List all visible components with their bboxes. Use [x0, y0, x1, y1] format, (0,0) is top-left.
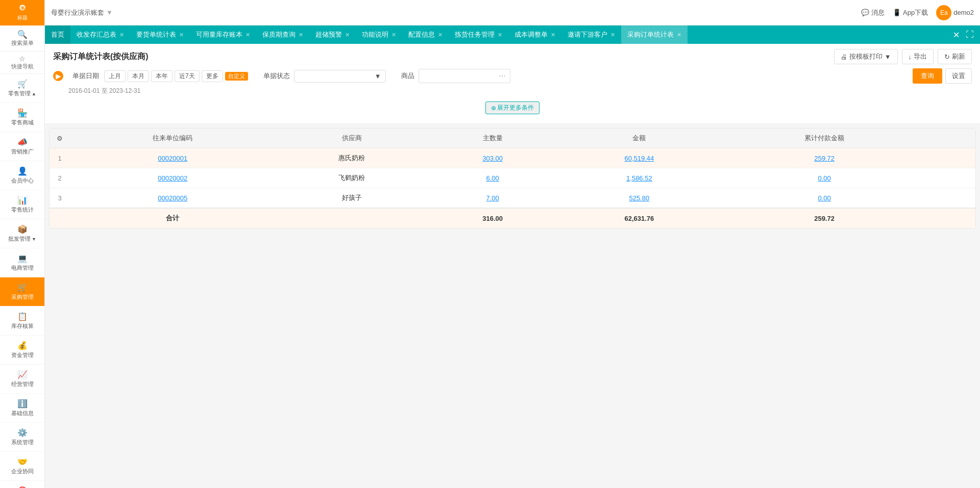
sidebar-item-inventory[interactable]: 📋 库存核算	[0, 306, 44, 336]
sidebar-item-guide[interactable]: 🎯 新手引导	[0, 481, 44, 488]
date-btn-last-month[interactable]: 上月	[104, 70, 126, 82]
nav-maximize-icon[interactable]: ⛶	[964, 30, 976, 39]
sidebar-item-finance[interactable]: 💰 资金管理	[0, 336, 44, 365]
sidebar-item-search[interactable]: 🔍 搜索菜单	[0, 25, 44, 52]
tab-close-5[interactable]: ✕	[345, 32, 350, 38]
tab-close-11[interactable]: ✕	[677, 32, 681, 38]
status-select[interactable]: ▼	[294, 70, 386, 83]
guide-icon: 🎯	[17, 486, 28, 488]
query-button[interactable]: 查询	[913, 68, 942, 84]
table-row: 1 00020001 惠氏奶粉 303.00 60,519.44 259.72	[50, 148, 975, 168]
table-footer-row: 合计 316.00 62,631.76 259.72	[50, 208, 975, 228]
date-btn-7days[interactable]: 近7天	[175, 70, 200, 82]
sidebar-item-marketing[interactable]: 📣 营销推广	[0, 132, 44, 161]
goods-select[interactable]: ···	[419, 69, 510, 83]
tab-label-4: 保质期查询	[262, 30, 296, 39]
tab-拣货任务管理[interactable]: 拣货任务管理 ✕	[449, 25, 508, 44]
refresh-button[interactable]: ↻ 刷新	[938, 49, 972, 64]
tab-可用量库存账本[interactable]: 可用量库存账本 ✕	[190, 25, 256, 44]
cell-paid[interactable]: 259.72	[722, 148, 927, 168]
tab-home[interactable]: 首页	[45, 25, 70, 44]
tab-保质期查询[interactable]: 保质期查询 ✕	[256, 25, 309, 44]
date-filter-label: 单据日期	[72, 71, 99, 81]
sidebar-purchase-label: 采购管理	[11, 293, 34, 301]
filter-toggle-button[interactable]: ▶	[53, 71, 63, 81]
sidebar-item-basic-info[interactable]: ℹ️ 基础信息	[0, 394, 44, 423]
refresh-icon: ↻	[944, 53, 950, 61]
cell-code[interactable]: 00020005	[70, 188, 275, 209]
sidebar-item-retail-mgmt[interactable]: 🛒 零售管理 ▲	[0, 74, 44, 103]
tab-close-1[interactable]: ✕	[119, 32, 124, 38]
tab-配置信息[interactable]: 配置信息 ✕	[402, 25, 449, 44]
tab-close-9[interactable]: ✕	[551, 32, 555, 38]
expand-conditions-button[interactable]: ⊕ 展开更多条件	[485, 101, 540, 114]
sidebar-item-ecommerce[interactable]: 💻 电商管理	[0, 248, 44, 277]
sidebar-item-member[interactable]: 👤 会员中心	[0, 161, 44, 190]
date-btn-this-month[interactable]: 本月	[128, 70, 149, 82]
workspace-dropdown-icon[interactable]: ▼	[106, 9, 113, 16]
settings-button[interactable]: 设置	[945, 68, 972, 84]
tab-close-8[interactable]: ✕	[498, 32, 502, 38]
tab-close-2[interactable]: ✕	[179, 32, 184, 38]
export-button[interactable]: ↓ 导出	[902, 49, 934, 64]
user-profile-button[interactable]: Ea demo2	[936, 5, 974, 20]
tab-收发存汇总表[interactable]: 收发存汇总表 ✕	[70, 25, 130, 44]
sidebar-item-operations[interactable]: 📈 经营管理	[0, 365, 44, 394]
col-settings[interactable]: ⚙	[50, 129, 70, 148]
page-title: 采购订单统计表(按供应商)	[53, 52, 149, 62]
sidebar-item-retail-stats[interactable]: 📊 零售统计	[0, 190, 44, 219]
tab-超储预警[interactable]: 超储预警 ✕	[309, 25, 356, 44]
inventory-icon: 📋	[17, 312, 28, 321]
tab-采购订单统计表[interactable]: 采购订单统计表 ✕	[621, 25, 688, 44]
tab-邀请下游客户[interactable]: 邀请下游客户 ✕	[561, 25, 621, 44]
tab-功能说明[interactable]: 功能说明 ✕	[356, 25, 402, 44]
date-btn-this-year[interactable]: 本年	[151, 70, 173, 82]
collab-icon: 🤝	[17, 457, 28, 467]
tab-close-4[interactable]: ✕	[299, 32, 303, 38]
message-label: 消息	[871, 8, 885, 17]
date-btn-more[interactable]: 更多	[202, 70, 223, 82]
sidebar-marketing-label: 营销推广	[11, 148, 34, 156]
logo-icon: 畅	[13, 4, 32, 13]
print-icon: 🖨	[841, 53, 847, 61]
cell-amount[interactable]: 525.80	[557, 188, 722, 209]
username-label: demo2	[953, 9, 974, 16]
cell-amount[interactable]: 1,586.52	[557, 168, 722, 188]
sidebar-item-quicknav[interactable]: ☆ 快捷导航	[0, 52, 44, 74]
cell-code[interactable]: 00020001	[70, 148, 275, 168]
tab-成本调整单[interactable]: 成本调整单 ✕	[508, 25, 561, 44]
workspace-name: 母婴行业演示账套	[51, 8, 104, 17]
cell-quantity[interactable]: 6.00	[428, 168, 557, 188]
message-button[interactable]: 💬 消息	[861, 8, 885, 17]
retail-mgmt-icon: 🛒	[17, 79, 28, 89]
sidebar-item-collab[interactable]: 🤝 企业协同	[0, 452, 44, 481]
template-print-button[interactable]: 🖨 按模板打印 ▼	[834, 49, 898, 64]
nav-close-icon[interactable]: ✕	[951, 30, 962, 40]
cell-extra	[927, 188, 975, 209]
sidebar-item-retail-shop[interactable]: 🏪 零售商城	[0, 103, 44, 132]
quicknav-icon: ☆	[2, 55, 42, 63]
tab-close-7[interactable]: ✕	[438, 32, 443, 38]
status-filter-label: 单据状态	[263, 71, 290, 81]
sidebar-item-purchase[interactable]: 🛒 采购管理	[0, 277, 44, 306]
retail-stats-icon: 📊	[17, 195, 28, 205]
cell-supplier: 惠氏奶粉	[275, 148, 428, 168]
cell-code[interactable]: 00020002	[70, 168, 275, 188]
sidebar-item-system[interactable]: ⚙️ 系统管理	[0, 423, 44, 452]
tab-close-3[interactable]: ✕	[246, 32, 250, 38]
app-download-button[interactable]: 📱 App下载	[893, 8, 928, 17]
cell-quantity[interactable]: 303.00	[428, 148, 557, 168]
col-quantity: 主数量	[428, 129, 557, 148]
ecommerce-icon: 💻	[17, 253, 28, 263]
cell-quantity[interactable]: 7.00	[428, 188, 557, 209]
tab-要货单统计表[interactable]: 要货单统计表 ✕	[130, 25, 190, 44]
cell-amount[interactable]: 60,519.44	[557, 148, 722, 168]
sidebar-item-wholesale[interactable]: 📦 批发管理 ▼	[0, 219, 44, 248]
data-table-area: ⚙ 往来单位编码 供应商 主数量 金额 累计付款金额 1 00020001 惠氏…	[49, 128, 976, 228]
tab-close-10[interactable]: ✕	[610, 32, 615, 38]
tab-close-6[interactable]: ✕	[391, 32, 396, 38]
sidebar-ecommerce-label: 电商管理	[11, 264, 34, 272]
cell-paid[interactable]: 0.00	[722, 168, 927, 188]
app-download-label: App下载	[903, 8, 928, 17]
cell-paid[interactable]: 0.00	[722, 188, 927, 209]
